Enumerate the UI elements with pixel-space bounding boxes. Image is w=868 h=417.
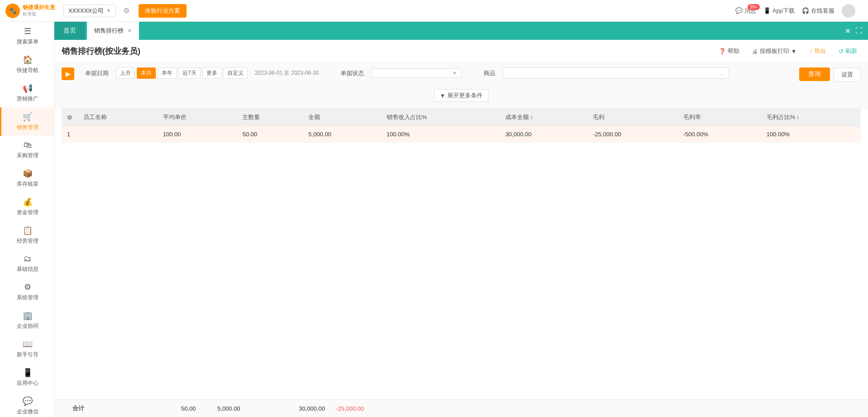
cost-info-icon[interactable]: ℹ (531, 115, 532, 120)
col-avg-price: 平均单价 (158, 109, 237, 126)
date-filter-label: 单据日期 (85, 69, 109, 77)
sidebar-item-sales[interactable]: 🛒 销售管理 (0, 107, 54, 136)
sidebar-item-purchase[interactable]: 🛍 采购管理 (0, 136, 54, 164)
logo-sub: 标准版 (23, 11, 55, 17)
col-employee: 员工名称 (78, 109, 158, 126)
date-btn-more[interactable]: 更多 (202, 67, 221, 79)
print-dropdown-icon: ▼ (791, 48, 797, 55)
sidebar: ☰ 搜索菜单 🏠 快捷导航 📢 营销推广 🛒 销售管理 🛍 采购管理 📦 库存核… (0, 22, 54, 417)
status-filter-label: 单据状态 (340, 69, 364, 77)
trial-button[interactable]: 体验行业方案 (139, 4, 187, 18)
query-button[interactable]: 查询 (799, 67, 830, 81)
avatar[interactable] (842, 4, 855, 18)
sidebar-label-wechat: 企业微信 (17, 408, 38, 416)
sidebar-item-inventory[interactable]: 📦 库存核算 (0, 164, 54, 192)
sidebar-label-guide: 新手引导 (17, 351, 38, 359)
company-dropdown-icon: ▼ (106, 8, 111, 13)
cell-rank: 1 (62, 126, 78, 143)
sidebar-item-marketing[interactable]: 📢 营销推广 (0, 79, 54, 107)
sidebar-item-guide[interactable]: 📖 新手引导 (0, 335, 54, 363)
sidebar-item-basic[interactable]: 🗂 基础信息 (0, 249, 54, 278)
sidebar-item-enterprise[interactable]: 🏢 企业协同 (0, 306, 54, 335)
search-menu-icon: ☰ (24, 26, 31, 36)
footer-amount: 5,000.00 (212, 405, 248, 412)
date-btn-curr[interactable]: 本月 (137, 67, 156, 79)
help-btn[interactable]: ❓ 帮助 (715, 45, 743, 57)
footer-qty: 50.00 (176, 405, 212, 412)
message-btn[interactable]: 💬 消息 99+ (735, 7, 756, 15)
refresh-btn[interactable]: ↺ 刷新 (835, 45, 861, 57)
print-label: 按模板打印 (760, 47, 789, 55)
logo-name: 畅捷通好生意 (23, 4, 55, 10)
expand-icon: ▼ (440, 92, 446, 99)
logo-icon: 🐾 (5, 4, 20, 18)
refresh-label: 刷新 (845, 47, 857, 55)
tab-home-label: 首页 (63, 27, 76, 35)
sidebar-item-system[interactable]: ⚙ 系统管理 (0, 278, 54, 306)
sales-icon: 🛒 (23, 112, 33, 122)
sidebar-item-shortcut[interactable]: 🏠 快捷导航 (0, 50, 54, 79)
goods-filter-label: 商品 (484, 69, 495, 77)
cell-qty: 50.00 (237, 126, 303, 143)
table-container: ⚙ 员工名称 平均单价 主数量 全额 (54, 109, 868, 399)
goods-more-icon: ... (719, 70, 724, 77)
footer-label: 合计 (67, 404, 103, 412)
topbar: 🐾 畅捷通好生意 标准版 XXXXXX公司 ▼ ⚙ 体验行业方案 💬 消息 99… (0, 0, 868, 22)
expand-label: 展开更多条件 (447, 91, 483, 100)
basic-icon: 🗂 (24, 254, 32, 264)
date-btn-year[interactable]: 本年 (158, 67, 177, 79)
settings-icon[interactable]: ⚙ (120, 4, 133, 18)
sidebar-item-apps[interactable]: 📱 应用中心 (0, 363, 54, 392)
apps-icon: 📱 (23, 368, 33, 378)
date-btn-prev[interactable]: 上月 (116, 67, 135, 79)
col-amount: 全额 (303, 109, 381, 126)
filter-bar: ▶ 单据日期 上月 本月 本年 近7天 更多 自定义 (54, 63, 868, 109)
goods-select[interactable]: ... (503, 67, 729, 79)
tab-expand-icon[interactable]: ⛶ (855, 27, 863, 35)
gross-pct-info-icon[interactable]: ℹ (797, 115, 799, 120)
sidebar-label-inventory: 库存核算 (17, 180, 38, 188)
sidebar-item-wechat[interactable]: 💬 企业微信 (0, 392, 54, 417)
sidebar-item-search[interactable]: ☰ 搜索菜单 (0, 22, 54, 50)
footer-gross: -25,000.00 (331, 405, 369, 412)
filter-toggle-btn[interactable]: ▶ (62, 67, 74, 80)
footer-cost: 30,000.00 (293, 405, 331, 412)
settings-button[interactable]: 设置 (834, 67, 861, 82)
tab-home[interactable]: 首页 (54, 22, 85, 40)
company-selector[interactable]: XXXXXX公司 ▼ (63, 5, 116, 17)
help-label: 帮助 (728, 47, 739, 55)
sidebar-item-finance[interactable]: 💰 资金管理 (0, 192, 54, 221)
date-range-display: 2023-06-01 至 2023-06-30 (255, 69, 319, 77)
main-layout: ☰ 搜索菜单 🏠 快捷导航 📢 营销推广 🛒 销售管理 🛍 采购管理 📦 库存核… (0, 22, 868, 417)
service-icon: 🎧 (802, 7, 809, 14)
tab-close-all-icon[interactable]: ✕ (845, 27, 851, 35)
page-header: 销售排行榜(按业务员) ❓ 帮助 🖨 按模板打印 ▼ ↑ 导出 (54, 40, 868, 63)
table-row: 1 100.00 50.00 5,000.00 100.00% 30,000.0… (62, 126, 861, 143)
sidebar-label-system: 系统管理 (17, 294, 38, 302)
table-header: ⚙ 员工名称 平均单价 主数量 全额 (62, 109, 861, 126)
date-btn-custom[interactable]: 自定义 (223, 67, 248, 79)
export-icon: ↑ (810, 48, 813, 55)
table-body: 1 100.00 50.00 5,000.00 100.00% 30,000.0… (62, 126, 861, 143)
finance-icon: 💰 (23, 197, 33, 207)
operation-icon: 📋 (23, 225, 33, 235)
col-settings[interactable]: ⚙ (62, 109, 78, 126)
expand-more-btn[interactable]: ▼ 展开更多条件 (434, 89, 489, 102)
tab-close-icon[interactable]: ✕ (127, 28, 132, 34)
export-label: 导出 (814, 47, 826, 55)
page-content: 销售排行榜(按业务员) ❓ 帮助 🖨 按模板打印 ▼ ↑ 导出 (54, 40, 868, 417)
print-btn[interactable]: 🖨 按模板打印 ▼ (748, 45, 801, 57)
export-btn[interactable]: ↑ 导出 (806, 45, 830, 57)
online-service-btn[interactable]: 🎧 在线客服 (802, 7, 834, 15)
sidebar-item-operation[interactable]: 📋 经营管理 (0, 221, 54, 249)
date-btn-7days[interactable]: 近7天 (178, 67, 201, 79)
app-download-btn[interactable]: 📱 App下载 (763, 7, 795, 15)
sidebar-label-operation: 经营管理 (17, 237, 38, 245)
status-select[interactable]: ▼ (371, 68, 462, 78)
tab-sales-rank[interactable]: 销售排行榜 ✕ (87, 22, 139, 40)
help-icon: ❓ (719, 48, 726, 55)
sidebar-label-purchase: 采购管理 (17, 152, 38, 159)
marketing-icon: 📢 (23, 83, 33, 93)
sidebar-label-sales: 销售管理 (17, 124, 38, 131)
enterprise-icon: 🏢 (23, 311, 33, 321)
